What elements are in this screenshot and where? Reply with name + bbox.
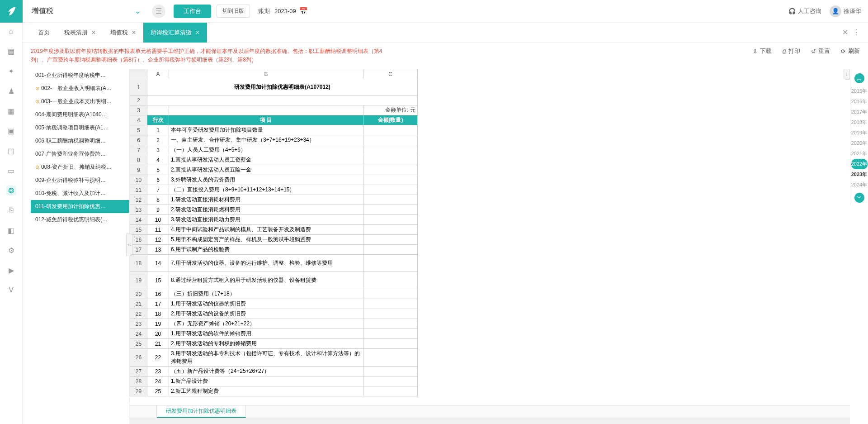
row-number[interactable]: 26 [130, 349, 147, 367]
switch-old-button[interactable]: 切到旧版 [217, 5, 250, 18]
amount-cell[interactable] [363, 376, 418, 386]
rownum-cell[interactable]: 3 [147, 145, 169, 155]
item-cell[interactable]: 2.直接从事研发活动人员五险一金 [169, 165, 363, 175]
rownum-cell[interactable]: 24 [147, 376, 169, 386]
row-number[interactable]: 8 [130, 155, 147, 165]
amount-cell[interactable] [363, 215, 418, 225]
form-item-7[interactable]: ⊘008-资产折旧、摊销及纳税… [31, 161, 129, 174]
row-number[interactable]: 6 [130, 135, 147, 145]
nav-chart-icon[interactable]: ✦ [6, 66, 16, 76]
sheet-tab-active[interactable]: 研发费用加计扣除优惠明细表 [157, 405, 246, 418]
item-cell[interactable]: 8.通过经营租赁方式租入的用于研发活动的仪器、设备租赁费 [169, 272, 363, 289]
rownum-cell[interactable]: 5 [147, 165, 169, 175]
row-num-3[interactable]: 3 [130, 105, 147, 115]
row-number[interactable]: 13 [130, 205, 147, 215]
nav-home-icon[interactable]: ⌂ [6, 26, 16, 36]
unit-label[interactable]: 金额单位: 元 [363, 105, 418, 115]
amount-cell[interactable] [363, 349, 418, 367]
form-item-4[interactable]: 005-纳税调整项目明细表(A1… [31, 121, 129, 134]
refresh-button[interactable]: ⟳刷新 [841, 47, 860, 55]
item-cell[interactable]: 3.外聘研发人员的劳务费用 [169, 175, 363, 185]
tab-2[interactable]: 增值税✕ [103, 23, 143, 43]
amount-cell[interactable] [363, 205, 418, 215]
year-2015年[interactable]: 2015年 [851, 86, 868, 96]
item-cell[interactable]: （五）新产品设计费等（24+25+26+27） [169, 367, 363, 376]
amount-cell[interactable] [363, 195, 418, 205]
amount-cell[interactable] [363, 299, 418, 309]
horizontal-scrollbar[interactable] [130, 418, 850, 424]
item-cell[interactable]: （三）折旧费用（17+18） [169, 289, 363, 299]
header-rownum[interactable]: 行次 [147, 115, 169, 125]
row-number[interactable]: 22 [130, 309, 147, 319]
amount-cell[interactable] [363, 125, 418, 135]
year-2024年[interactable]: 2024年 [851, 180, 868, 190]
item-cell[interactable]: 2.用于研发活动的设备的折旧费 [169, 309, 363, 319]
rownum-cell[interactable]: 7 [147, 185, 169, 195]
amount-cell[interactable] [363, 255, 418, 272]
rownum-cell[interactable]: 15 [147, 272, 169, 289]
nav-list-icon[interactable]: ▤ [6, 46, 16, 56]
nav-shirt-icon[interactable]: ◫ [6, 146, 16, 156]
amount-cell[interactable] [363, 165, 418, 175]
amount-cell[interactable] [363, 175, 418, 185]
rownum-cell[interactable]: 23 [147, 367, 169, 376]
rownum-cell[interactable]: 11 [147, 225, 169, 235]
row-number[interactable]: 9 [130, 165, 147, 175]
form-item-1[interactable]: ⊘002-一般企业收入明细表(A… [31, 82, 129, 95]
nav-copy-icon[interactable]: ⎘ [6, 205, 16, 215]
item-cell[interactable]: （二）直接投入费用（8+9+10+11+12+13+14+15） [169, 185, 363, 195]
amount-cell[interactable] [363, 386, 418, 396]
amount-cell[interactable] [363, 309, 418, 319]
rownum-cell[interactable]: 10 [147, 215, 169, 225]
consult-link[interactable]: 🎧 人工咨询 [788, 7, 821, 15]
form-item-0[interactable]: 001-企业所得税年度纳税申… [31, 69, 129, 82]
close-icon[interactable]: ✕ [91, 29, 96, 36]
amount-cell[interactable] [363, 329, 418, 339]
close-icon[interactable]: ✕ [132, 29, 136, 36]
row-number[interactable]: 27 [130, 367, 147, 376]
amount-cell[interactable] [363, 367, 418, 376]
amount-cell[interactable] [363, 225, 418, 235]
form-item-8[interactable]: 009-企业所得税弥补亏损明… [31, 174, 129, 187]
year-2021年[interactable]: 2021年 [851, 148, 868, 159]
amount-cell[interactable] [363, 289, 418, 299]
tab-menu-icon[interactable]: ⋮ [853, 28, 860, 37]
amount-cell[interactable] [363, 185, 418, 195]
item-cell[interactable]: 1.研发活动直接消耗材料费用 [169, 195, 363, 205]
item-cell[interactable]: 3.研发活动直接消耗动力费用 [169, 215, 363, 225]
item-cell[interactable]: 2.研发活动直接消耗燃料费用 [169, 205, 363, 215]
amount-cell[interactable] [363, 145, 418, 155]
row-number[interactable]: 17 [130, 245, 147, 255]
year-2020年[interactable]: 2020年 [851, 138, 868, 148]
item-cell[interactable]: 2.用于研发活动的专利权的摊销费用 [169, 339, 363, 349]
rownum-cell[interactable]: 25 [147, 386, 169, 396]
year-2022年[interactable]: 2022年 [851, 159, 868, 169]
tab-0[interactable]: 首页 [31, 23, 57, 43]
rownum-cell[interactable]: 9 [147, 205, 169, 215]
nav-clipboard-icon[interactable]: ▦ [6, 106, 16, 116]
close-all-icon[interactable]: ✕ [842, 28, 848, 37]
sheet-title[interactable]: 研发费用加计扣除优惠明细表(A107012) [147, 79, 418, 95]
year-up-icon[interactable]: ︽ [854, 73, 864, 83]
doc-icon-button[interactable]: ☰ [152, 5, 165, 18]
row-number[interactable]: 19 [130, 272, 147, 289]
item-cell[interactable]: 一、自主研发、合作研发、集中研发（3+7+16+19+23+34） [169, 135, 363, 145]
row-number[interactable]: 14 [130, 215, 147, 225]
sidebar-collapse-handle[interactable]: ‹‹ [126, 233, 132, 256]
amount-cell[interactable] [363, 339, 418, 349]
row-number[interactable]: 7 [130, 145, 147, 155]
year-down-icon[interactable]: ︾ [854, 193, 864, 203]
item-cell[interactable]: 1.直接从事研发活动人员工资薪金 [169, 155, 363, 165]
rownum-cell[interactable]: 8 [147, 195, 169, 205]
workspace-button[interactable]: 工作台 [174, 5, 211, 18]
close-icon[interactable]: ✕ [195, 29, 200, 36]
row-number[interactable]: 16 [130, 235, 147, 245]
rownum-cell[interactable]: 1 [147, 125, 169, 135]
nav-grid-icon[interactable]: ▣ [6, 126, 16, 136]
item-cell[interactable]: 4.用于中间试验和产品试制的模具、工艺装备开发及制造费 [169, 225, 363, 235]
form-item-2[interactable]: ⊘003-一般企业成本支出明细… [31, 95, 129, 108]
item-cell[interactable]: 3.用于研发活动的非专利技术（包括许可证、专有技术、设计和计算方法等）的摊销费用 [169, 349, 363, 367]
row-number[interactable]: 5 [130, 125, 147, 135]
item-cell[interactable]: 本年可享受研发费用加计扣除项目数量 [169, 125, 363, 135]
rownum-cell[interactable]: 13 [147, 245, 169, 255]
